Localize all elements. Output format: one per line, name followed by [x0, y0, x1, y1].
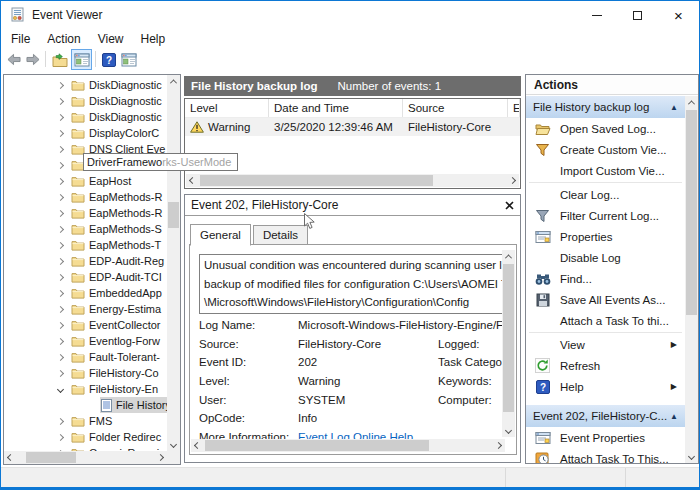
expand-chevron-icon[interactable]: [56, 209, 63, 216]
scroll-right-icon[interactable]: [506, 174, 519, 187]
scrollbar-thumb[interactable]: [503, 264, 514, 412]
actions-section-header-event[interactable]: Event 202, FileHistory-C... ▲: [526, 405, 685, 427]
tree-horizontal-scrollbar[interactable]: [4, 451, 167, 464]
column-source[interactable]: Source: [403, 99, 508, 117]
menu-view[interactable]: View: [98, 32, 124, 46]
action-item[interactable]: ?Help▶: [526, 376, 685, 397]
console-window-icon[interactable]: [71, 49, 92, 70]
action-item[interactable]: Import Custom Vie...: [526, 160, 685, 181]
tree-item[interactable]: EapMethods-S: [4, 221, 167, 237]
column-level[interactable]: Level: [185, 99, 269, 117]
tree-item[interactable]: EapMethods-T: [4, 237, 167, 253]
actions-section-header-log[interactable]: File History backup log ▲: [526, 96, 685, 118]
close-button[interactable]: ×: [658, 1, 699, 29]
tree-item[interactable]: Fault-Tolerant-: [4, 349, 167, 365]
event-row[interactable]: Warning 3/25/2020 12:39:46 AM FileHistor…: [185, 118, 520, 136]
scroll-down-icon[interactable]: [502, 424, 515, 437]
expand-chevron-icon[interactable]: [56, 145, 63, 152]
action-item[interactable]: Attach Task To This...: [526, 448, 685, 463]
action-item[interactable]: Refresh: [526, 355, 685, 376]
tree-item[interactable]: EDP-Audit-Reg: [4, 253, 167, 269]
expand-chevron-icon[interactable]: [56, 81, 63, 88]
scroll-right-icon[interactable]: [154, 451, 167, 464]
menu-help[interactable]: Help: [141, 32, 166, 46]
list-horizontal-scrollbar[interactable]: [186, 174, 519, 187]
detail-horizontal-scrollbar[interactable]: [191, 439, 505, 452]
tab-general[interactable]: General: [190, 224, 251, 246]
tree-item[interactable]: EapMethods-R: [4, 205, 167, 221]
expand-chevron-icon[interactable]: [56, 177, 63, 184]
action-item[interactable]: Save All Events As...: [526, 289, 685, 310]
menu-file[interactable]: File: [11, 32, 30, 46]
scroll-up-icon[interactable]: [685, 96, 698, 109]
scroll-down-icon[interactable]: [685, 450, 698, 463]
console-window-icon[interactable]: [120, 51, 137, 68]
tree-item[interactable]: DisplayColorC: [4, 125, 167, 141]
expand-chevron-icon[interactable]: [56, 129, 63, 136]
tree-item[interactable]: EapMethods-R: [4, 189, 167, 205]
action-item[interactable]: Find...: [526, 268, 685, 289]
tree-item[interactable]: Eventlog-Forw: [4, 333, 167, 349]
expand-chevron-icon[interactable]: [56, 337, 63, 344]
scroll-left-icon[interactable]: [4, 451, 17, 464]
help-icon[interactable]: ?: [100, 51, 117, 68]
tree-item[interactable]: EDP-Audit-TCI: [4, 269, 167, 285]
scroll-up-icon[interactable]: [167, 75, 180, 88]
scroll-up-icon[interactable]: [502, 250, 515, 263]
tab-details[interactable]: Details: [253, 225, 308, 245]
action-item[interactable]: Attach a Task To thi...: [526, 310, 685, 331]
expand-chevron-icon[interactable]: [56, 353, 63, 360]
forward-icon[interactable]: [24, 51, 41, 68]
scroll-left-icon[interactable]: [186, 174, 199, 187]
tree-item[interactable]: FileHistory-En: [4, 381, 167, 397]
action-item[interactable]: Clear Log...: [526, 184, 685, 205]
expand-chevron-icon[interactable]: [56, 289, 63, 296]
scrollbar-thumb[interactable]: [200, 175, 433, 186]
tree-item[interactable]: EapHost: [4, 173, 167, 189]
expand-chevron-icon[interactable]: [56, 113, 63, 120]
column-date-time[interactable]: Date and Time: [269, 99, 403, 117]
tree-item[interactable]: FileHistory-Co: [4, 365, 167, 381]
tree-item[interactable]: DiskDiagnostic: [4, 109, 167, 125]
action-item[interactable]: Create Custom Vie...: [526, 139, 685, 160]
scroll-left-icon[interactable]: [191, 439, 204, 452]
expand-chevron-icon[interactable]: [56, 193, 63, 200]
detail-vertical-scrollbar[interactable]: [502, 250, 515, 437]
tree-item[interactable]: DiskDiagnostic: [4, 93, 167, 109]
expand-chevron-icon[interactable]: [56, 321, 63, 328]
tree-item[interactable]: EmbeddedApp: [4, 285, 167, 301]
action-item[interactable]: View▶: [526, 334, 685, 355]
expand-chevron-icon[interactable]: [56, 273, 63, 280]
action-item[interactable]: Filter Current Log...: [526, 205, 685, 226]
scrollbar-thumb[interactable]: [205, 440, 429, 451]
expand-chevron-icon[interactable]: [56, 369, 63, 376]
minimize-button[interactable]: [576, 1, 617, 29]
expand-chevron-icon[interactable]: [56, 257, 63, 264]
action-item[interactable]: Properties: [526, 226, 685, 247]
tree-item[interactable]: DiskDiagnostic: [4, 77, 167, 93]
scroll-down-icon[interactable]: [167, 438, 180, 451]
maximize-button[interactable]: [617, 1, 658, 29]
scroll-right-icon[interactable]: [492, 439, 505, 452]
tree-item[interactable]: Energy-Estima: [4, 301, 167, 317]
close-detail-icon[interactable]: [505, 201, 514, 210]
tree-item[interactable]: FMS: [4, 413, 167, 429]
expand-chevron-icon[interactable]: [56, 417, 63, 424]
action-item[interactable]: Open Saved Log...: [526, 118, 685, 139]
tree-item[interactable]: File History: [4, 397, 167, 413]
expand-chevron-icon[interactable]: [56, 97, 63, 104]
expand-chevron-icon[interactable]: [56, 433, 63, 440]
expand-chevron-icon[interactable]: [56, 305, 63, 312]
scrollbar-thumb[interactable]: [168, 202, 179, 228]
expand-chevron-icon[interactable]: [56, 241, 63, 248]
expand-chevron-icon[interactable]: [56, 225, 63, 232]
expand-chevron-icon[interactable]: [56, 161, 63, 168]
tree-item[interactable]: EventCollector: [4, 317, 167, 333]
back-icon[interactable]: [5, 51, 22, 68]
tree-item[interactable]: Folder Redirec: [4, 429, 167, 445]
action-item[interactable]: Disable Log: [526, 247, 685, 268]
scrollbar-thumb[interactable]: [26, 452, 76, 463]
column-event-id[interactable]: Eve: [508, 99, 520, 117]
actions-vertical-scrollbar[interactable]: [685, 96, 698, 463]
tree-vertical-scrollbar[interactable]: [167, 75, 180, 451]
